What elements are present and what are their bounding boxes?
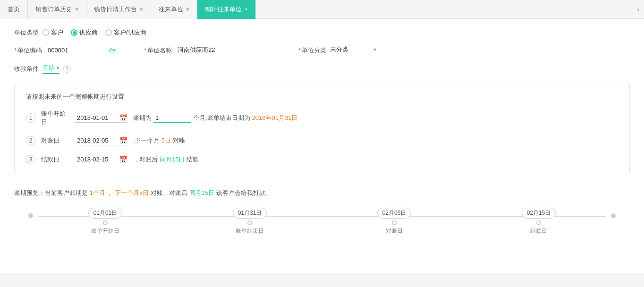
period-row-1-highlight-date: 2018年01月31日 [252,114,298,122]
close-sales-history[interactable]: × [75,6,78,13]
unit-info-row: *单位编码 🗁 *单位名称 *单位分类 未分类 ▾ [14,45,630,55]
unit-category-group: *单位分类 未分类 ▾ [298,45,415,55]
timeline-point-2: 01月31日 账单结束日 [178,208,322,235]
unit-type-row: 单位类型 客户 供应商 客户/供应商 [14,28,630,37]
unit-type-label: 单位类型 [14,28,39,37]
radio-supplier-circle [71,29,77,36]
period-row-3-highlight-day: 同月15日 [160,155,185,164]
timeline-label-1: 01月01日 [88,208,123,219]
period-row-1-date-wrapper: 📅 [75,113,127,123]
timeline-dot-2 [247,220,252,225]
close-partner-unit[interactable]: × [186,6,189,13]
unit-code-icon[interactable]: 🗁 [109,46,116,54]
timeline-dot-4 [536,220,541,225]
timeline-sublabel-2: 账单结束日 [236,227,264,235]
period-row-1: 1 账单开始日 📅 账期为 个月,账单结束日期为 2018年01月31日 [26,110,618,127]
radio-customer-label: 客户 [51,28,63,37]
unit-type-group: 单位类型 客户 供应商 客户/供应商 [14,28,146,37]
timeline-start-dot [28,213,33,218]
payment-terms-arrow: ▾ [57,65,59,71]
tab-edit-partner[interactable]: 编辑往来单位 × [197,0,256,19]
period-row-3-desc: ，对账后 同月15日 结款 [133,155,199,164]
unit-code-group: *单位编码 🗁 [14,46,116,55]
period-row-3-num: 3 [26,155,35,164]
timeline: 01月01日 账单开始日 01月31日 账单结束日 02月05日 对账日 02月… [14,208,630,263]
payment-terms-group: 收款条件 月结 ▾ ? [14,64,71,74]
tab-sales-history[interactable]: 销售订单历史 × [28,0,86,19]
radio-supplier-label: 供应商 [79,28,98,37]
timeline-points: 01月01日 账单开始日 01月31日 账单结束日 02月05日 对账日 02月… [33,208,611,235]
timeline-dot-1 [103,220,108,225]
payment-terms-label: 收款条件 [14,65,39,73]
tab-bar: 首页 销售订单历史 × 钱货日清工作台 × 往来单位 × 编辑往来单位 × › [0,0,644,19]
payment-terms-help[interactable]: ? [63,65,71,73]
close-cash-work[interactable]: × [140,6,143,13]
period-row-2-date[interactable] [75,136,118,145]
payment-terms-row: 收款条件 月结 ▾ ? [14,64,630,74]
unit-category-arrow: ▾ [373,46,415,53]
tab-partner-unit[interactable]: 往来单位 × [151,0,197,19]
radio-supplier[interactable]: 供应商 [71,28,98,37]
period-row-3-date-wrapper: 📅 [75,155,127,164]
radio-customer-supplier[interactable]: 客户/供应商 [105,28,146,37]
unit-code-input[interactable] [46,46,107,55]
preview-part1: 1个月 [90,189,105,196]
period-row-1-label: 账单开始日 [41,110,69,127]
unit-category-dropdown[interactable]: 未分类 ▾ [330,45,415,55]
preview-text: 账期预览：当前客户账期是 1个月 ， 下一个月5日 对账，对账后 同月15日 该… [14,182,630,208]
unit-code-input-wrapper: 🗁 [46,46,116,55]
period-months-input[interactable] [153,113,191,123]
timeline-end-dot [611,213,616,218]
timeline-label-3: 02月05日 [377,208,412,219]
radio-customer[interactable]: 客户 [42,28,63,37]
timeline-sublabel-3: 对账日 [386,227,403,235]
timeline-point-3: 02月05日 对账日 [322,208,466,235]
period-row-2-label: 对账日 [41,136,69,145]
timeline-point-4: 02月15日 结款日 [466,208,611,235]
unit-code-label: *单位编码 [14,46,42,55]
period-row-3-date[interactable] [75,155,118,164]
tab-overflow-arrow[interactable]: › [632,0,644,19]
timeline-point-1: 01月01日 账单开始日 [33,208,178,235]
period-row-2-num: 2 [26,136,35,145]
unit-name-input[interactable] [176,46,270,55]
period-row-1-desc: 账期为 个月,账单结束日期为 2018年01月31日 [133,113,297,123]
period-row-1-date[interactable] [75,113,118,122]
unit-name-label: *单位名称 [144,46,172,55]
period-row-2-date-wrapper: 📅 [75,136,127,145]
period-row-3: 3 结款日 📅 ，对账后 同月15日 结款 [26,155,618,164]
tab-home[interactable]: 首页 [0,0,28,19]
tab-cash-work[interactable]: 钱货日清工作台 × [86,0,151,19]
radio-customer-circle [42,29,49,36]
period-setup-box: 请按照未来的一个完整帐期进行设置 1 账单开始日 📅 账期为 个月,账单结束日期… [14,83,630,174]
payment-terms-select[interactable]: 月结 ▾ [42,64,59,74]
unit-category-value: 未分类 [330,45,372,54]
timeline-dot-3 [392,220,397,225]
period-title: 请按照未来的一个完整帐期进行设置 [26,93,618,101]
timeline-label-4: 02月15日 [522,208,556,219]
payment-terms-value: 月结 [42,64,55,72]
period-row-1-cal[interactable]: 📅 [119,114,127,122]
radio-customer-supplier-circle [105,29,112,36]
period-row-3-label: 结款日 [41,155,69,164]
radio-customer-supplier-label: 客户/供应商 [114,28,146,37]
main-content: 单位类型 客户 供应商 客户/供应商 *单位编码 [0,19,644,273]
unit-type-radios: 客户 供应商 客户/供应商 [42,28,146,37]
period-row-2: 2 对账日 📅 ,下一个月5日对账 [26,136,618,145]
preview-part2: 下一个月5日 [115,189,149,196]
period-row-2-highlight-day: 5日 [161,136,171,145]
unit-category-label: *单位分类 [298,46,326,55]
timeline-sublabel-1: 账单开始日 [91,227,119,235]
period-row-1-num: 1 [26,113,35,123]
period-row-2-desc: ,下一个月5日对账 [133,136,185,145]
timeline-sublabel-4: 结款日 [530,227,547,235]
timeline-label-2: 01月31日 [233,208,267,219]
preview-part3: 同月15日 [189,189,214,196]
period-row-2-cal[interactable]: 📅 [119,137,127,144]
unit-name-group: *单位名称 [144,46,270,55]
period-row-3-cal[interactable]: 📅 [119,156,127,163]
close-edit-partner[interactable]: × [245,6,248,13]
